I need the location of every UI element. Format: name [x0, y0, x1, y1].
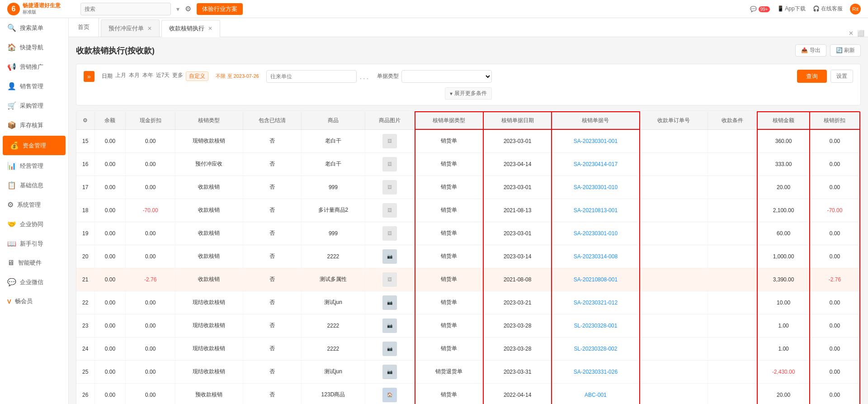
cell-goods-image: 🖼: [365, 152, 415, 176]
bill-no-link[interactable]: SL-20230328-001: [574, 323, 617, 329]
user-avatar[interactable]: Rit: [850, 4, 861, 14]
solution-button[interactable]: 体验行业方案: [197, 3, 243, 15]
sidebar-item-wechat[interactable]: 💬 企业微信: [0, 272, 68, 292]
window-minimize-icon[interactable]: ✕: [849, 30, 854, 37]
tab-write-off[interactable]: 收款核销执行 ✕: [161, 20, 220, 37]
sidebar-item-finance[interactable]: 💰 资金管理: [3, 136, 66, 155]
col-header-receipt-order-no: 收款单订单号: [640, 112, 708, 129]
sidebar-item-quick-nav[interactable]: 🏠 快捷导航: [0, 38, 68, 57]
receipt-type-select[interactable]: [401, 70, 492, 83]
table-row: 16 0.00 0.00 预付冲应收 否 老白干 🖼 销货单 2023-04-1…: [76, 152, 860, 176]
cell-cash-discount: 0.00: [126, 176, 175, 199]
top-icons-area: 💬 99+ 📱 App下载 🎧 在线客服 Rit: [750, 4, 861, 14]
sidebar-item-inventory[interactable]: 📦 库存核算: [0, 115, 68, 135]
sidebar-item-marketing[interactable]: 📢 营销推广: [0, 57, 68, 76]
from-unit-input[interactable]: [266, 70, 357, 83]
bill-no-link[interactable]: SA-20210808-001: [574, 276, 618, 283]
settings-button[interactable]: 设置: [830, 70, 853, 83]
cell-goods-image: 🖼: [365, 222, 415, 245]
cell-cash-discount: 0.00: [126, 314, 175, 337]
cell-receipt-order-no: [640, 245, 708, 268]
bill-no-link[interactable]: SA-20230301-010: [574, 230, 618, 237]
bill-no-link[interactable]: ABC-001: [585, 392, 607, 398]
cell-write-off-bill-type: 销货单: [415, 129, 483, 152]
query-button[interactable]: 查询: [797, 70, 827, 83]
cell-include-settled: 否: [243, 222, 302, 245]
cell-receipt-condition: [708, 314, 757, 337]
date-more[interactable]: 更多: [172, 71, 183, 81]
date-custom[interactable]: 自定义: [186, 71, 208, 81]
col-header-settings[interactable]: ⚙: [76, 112, 94, 129]
bill-no-link[interactable]: SA-20230331-026: [574, 369, 618, 375]
sidebar-item-operations[interactable]: 📊 经营管理: [0, 156, 68, 176]
cell-write-off-bill-no: SA-20230331-026: [552, 360, 639, 383]
cell-write-off-bill-type: 销货单: [415, 314, 483, 337]
cell-id: 16: [76, 152, 94, 176]
tab-close-write-off[interactable]: ✕: [208, 25, 212, 32]
cell-goods: 测试多属性: [302, 268, 365, 291]
hardware-icon: 🖥: [7, 259, 14, 267]
refresh-button[interactable]: 🔄 刷新: [830, 44, 861, 57]
sidebar-item-basic[interactable]: 📋 基础信息: [0, 176, 68, 195]
date-this-year[interactable]: 本年: [142, 71, 153, 81]
bill-no-link[interactable]: SA-20230301-010: [574, 184, 618, 190]
top-search-input[interactable]: [80, 3, 171, 15]
filter-toggle-button[interactable]: »: [84, 71, 94, 82]
bill-no-link[interactable]: SA-20230301-001: [574, 138, 618, 144]
sidebar-item-system[interactable]: ⚙ 系统管理: [0, 195, 68, 214]
table-body: 15 0.00 0.00 现销收款核销 否 老白干 🖼 销货单 2023-03-…: [76, 129, 860, 404]
cell-write-off-type: 现结收款核销: [175, 360, 243, 383]
cell-write-off-amount: -2,430.00: [757, 360, 810, 383]
online-support-link[interactable]: 🎧 在线客服: [813, 5, 843, 13]
search-icon: 🔍: [7, 24, 16, 32]
cell-write-off-discount: 0.00: [810, 383, 860, 404]
cell-include-settled: 否: [243, 360, 302, 383]
cell-id: 15: [76, 129, 94, 152]
date-filter: 日期 上月 本月 本年 近7天 更多 自定义: [102, 71, 209, 81]
bill-no-link[interactable]: SL-20230328-002: [574, 346, 617, 352]
sidebar-item-search[interactable]: 🔍 搜索菜单: [0, 18, 68, 38]
table-row: 24 0.00 0.00 现结收款核销 否 2222 📷 销货单 2023-03…: [76, 337, 860, 360]
table-row: 22 0.00 0.00 现结收款核销 否 测试jun 📷 销货单 2023-0…: [76, 291, 860, 314]
app-download-link[interactable]: 📱 App下载: [777, 5, 806, 13]
col-header-balance: 余额: [94, 112, 126, 129]
date-last-month[interactable]: 上月: [115, 71, 126, 81]
sidebar-item-sales[interactable]: 👤 销售管理: [0, 76, 68, 96]
cell-id: 18: [76, 199, 94, 222]
cell-goods-image: 📷: [365, 291, 415, 314]
cell-goods-image: 🖼: [365, 199, 415, 222]
cell-receipt-condition: [708, 199, 757, 222]
expand-more-button[interactable]: ▾ 展开更多条件: [445, 87, 492, 100]
bill-no-link[interactable]: SA-20230314-008: [574, 253, 618, 260]
sidebar-item-enterprise[interactable]: 🤝 企业协同: [0, 214, 68, 234]
export-button[interactable]: 📤 导出: [795, 44, 826, 57]
table-row: 17 0.00 0.00 收款核销 否 999 🖼 销货单 2023-03-01…: [76, 176, 860, 199]
bill-no-link[interactable]: SA-20230414-017: [574, 161, 618, 167]
settings-gear-icon[interactable]: ⚙: [185, 5, 191, 13]
tab-home[interactable]: 首页: [69, 18, 99, 37]
sidebar-item-member[interactable]: V 畅会员: [0, 292, 68, 311]
date-this-month[interactable]: 本月: [129, 71, 140, 81]
cell-cash-discount: -70.00: [126, 199, 175, 222]
bill-no-link[interactable]: SA-20230321-012: [574, 299, 618, 306]
window-maximize-icon[interactable]: ⬜: [857, 30, 864, 37]
cell-write-off-bill-type: 销货单: [415, 199, 483, 222]
operations-icon: 📊: [7, 162, 16, 170]
tab-prepayment[interactable]: 预付冲应付单 ✕: [101, 19, 160, 37]
tab-close-prepayment[interactable]: ✕: [147, 25, 152, 32]
cell-write-off-bill-type: 销货单: [415, 152, 483, 176]
sidebar-item-purchase[interactable]: 🛒 采购管理: [0, 96, 68, 115]
cell-write-off-bill-date: 2021-08-13: [483, 199, 552, 222]
date-last-7-days[interactable]: 近7天: [156, 71, 170, 81]
cell-goods: 老白干: [302, 129, 365, 152]
notification-icon-area[interactable]: 💬 99+: [750, 6, 769, 12]
cell-write-off-bill-type: 销货单: [415, 268, 483, 291]
bill-no-link[interactable]: SA-20210813-001: [574, 207, 618, 214]
cell-write-off-type: 收款核销: [175, 176, 243, 199]
cell-id: 26: [76, 383, 94, 404]
sidebar-item-guide[interactable]: 📖 新手引导: [0, 234, 68, 253]
cell-receipt-order-no: [640, 152, 708, 176]
from-unit-dots[interactable]: ...: [359, 71, 370, 81]
cell-write-off-amount: 1,000.00: [757, 245, 810, 268]
sidebar-item-hardware[interactable]: 🖥 智能硬件: [0, 253, 68, 272]
